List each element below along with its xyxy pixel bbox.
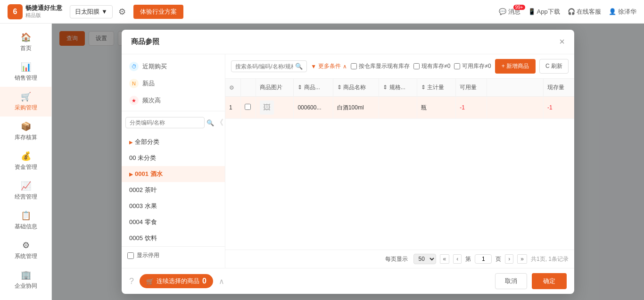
show-disabled-label[interactable]: 显示停用 <box>127 251 219 259</box>
cell-unit: 瓶 <box>417 97 456 119</box>
sidebar-item-enterprise[interactable]: 🏢 企业协同 <box>0 265 51 295</box>
table-row[interactable]: 1 🖼 000600... 白酒100ml <box>225 97 574 119</box>
top-nav: 6 畅捷通好生意 精品版 日太阳膜 ▼ ⚙ 体验行业方案 💬 消息 99+ 📱 … <box>0 0 644 24</box>
product-image: 🖼 <box>260 100 274 115</box>
purchase-icon: 🛒 <box>21 92 31 102</box>
category-search-input[interactable] <box>125 117 205 128</box>
collapse-footer-icon[interactable]: ∧ <box>219 277 224 286</box>
confirm-button[interactable]: 确定 <box>532 273 567 289</box>
total-info: 共1页, 1条记录 <box>531 255 569 263</box>
nav-selector[interactable]: 日太阳膜 ▼ <box>70 5 113 18</box>
per-page-select[interactable]: 50 <box>413 254 436 264</box>
finance-icon: 💰 <box>21 151 31 161</box>
by-warehouse-checkbox-label[interactable]: 按仓库显示现有库存 <box>351 62 410 70</box>
add-product-button[interactable]: + 新增商品 <box>495 59 536 74</box>
cart-button[interactable]: 🛒 连续选择的商品 0 <box>140 274 213 288</box>
page-number-input[interactable] <box>475 254 492 264</box>
th-check <box>240 79 256 97</box>
category-00[interactable]: 00 未分类 <box>122 150 225 166</box>
sidebar-item-purchase[interactable]: 🛒 采购管理 <box>0 87 51 117</box>
available-stock-checkbox[interactable] <box>454 63 460 69</box>
left-panel: ⏱ 近期购买 N 新品 ★ 频次高 <box>122 54 225 268</box>
home-icon: 🏠 <box>21 32 31 42</box>
by-warehouse-checkbox[interactable] <box>351 63 357 69</box>
operation-icon: 📈 <box>21 181 31 191</box>
th-settings[interactable]: ⚙ <box>225 79 240 97</box>
has-stock-checkbox-label[interactable]: 现有库存≠0 <box>413 62 450 70</box>
modal-overlay: 商品参照 × ⏱ 近期购买 N 新品 <box>52 24 644 300</box>
category-0003[interactable]: 0003 水果 <box>122 198 225 214</box>
sidebar-item-inventory[interactable]: 📦 库存核算 <box>0 117 51 146</box>
user-avatar[interactable]: 👤 徐泽华 <box>609 8 636 16</box>
row-checkbox[interactable] <box>245 104 251 110</box>
gear-icon[interactable]: ⚙ <box>118 7 126 17</box>
available-stock-checkbox-label[interactable]: 可用库存≠0 <box>454 62 491 70</box>
refresh-table-button[interactable]: C 刷新 <box>539 59 569 74</box>
modal-body: ⏱ 近期购买 N 新品 ★ 频次高 <box>122 54 574 268</box>
sidebar-item-finance[interactable]: 💰 资金管理 <box>0 146 51 176</box>
sidebar-item-sales[interactable]: 📊 销售管理 <box>0 57 51 87</box>
category-0002[interactable]: 0002 茶叶 <box>122 182 225 198</box>
product-search-input[interactable] <box>235 63 293 70</box>
category-all[interactable]: ▶ 全部分类 <box>122 134 225 150</box>
sidebar-item-basic[interactable]: 📋 基础信息 <box>0 206 51 235</box>
collapse-panel-button[interactable]: 《 <box>216 118 223 128</box>
online-service-button[interactable]: 🎧 在线客服 <box>568 8 602 16</box>
product-search-box: 🔍 <box>231 60 307 72</box>
frequent-item[interactable]: ★ 频次高 <box>122 92 225 109</box>
modal-header: 商品参照 × <box>122 30 574 54</box>
product-reference-modal: 商品参照 × ⏱ 近期购买 N 新品 <box>122 30 574 294</box>
has-stock-checkbox[interactable] <box>413 63 420 69</box>
right-panel: 🔍 ▼ 更多条件 ∧ 按仓库显示现有库存 <box>225 54 574 268</box>
category-0004[interactable]: 0004 零食 <box>122 214 225 230</box>
th-spacer <box>487 79 544 97</box>
th-available: 可用量 <box>456 79 487 97</box>
product-table: ⚙ 商品图片 ⇕ 商品... <box>225 79 574 119</box>
cell-spacer <box>487 97 544 119</box>
prev-page-button[interactable]: ‹ <box>453 254 462 264</box>
cancel-button[interactable]: 取消 <box>495 273 527 289</box>
modal-close-button[interactable]: × <box>559 36 565 47</box>
cell-available: -1 <box>456 97 487 119</box>
cell-code: 000600... <box>294 97 333 119</box>
logo-text: 畅捷通好生意 <box>25 4 62 12</box>
show-disabled-checkbox[interactable] <box>127 252 134 259</box>
messages-button[interactable]: 💬 消息 99+ <box>499 8 520 16</box>
sidebar-item-guide[interactable]: 🆕 新手引导 <box>0 295 51 300</box>
inventory-icon: 📦 <box>21 121 31 132</box>
sales-icon: 📊 <box>21 62 31 72</box>
last-page-button[interactable]: » <box>517 254 527 264</box>
th-name: ⇕ 商品名称 <box>333 79 379 97</box>
recent-purchase-item[interactable]: ⏱ 近期购买 <box>122 58 225 75</box>
filter-icon: ▼ <box>311 63 316 70</box>
category-0001[interactable]: ▶ 0001 酒水 <box>122 166 225 182</box>
cell-spec <box>379 97 417 119</box>
trial-button[interactable]: 体验行业方案 <box>133 5 183 19</box>
next-page-button[interactable]: › <box>505 254 513 264</box>
first-page-button[interactable]: « <box>440 254 450 264</box>
sidebar-item-home[interactable]: 🏠 首页 <box>0 27 51 57</box>
cell-check[interactable] <box>240 97 256 119</box>
enterprise-icon: 🏢 <box>21 270 31 280</box>
main-content: 查询 设置 刷新 商品参照 × ⏱ <box>52 24 644 300</box>
new-product-item[interactable]: N 新品 <box>122 75 225 92</box>
th-image: 商品图片 <box>256 79 294 97</box>
category-0005[interactable]: 0005 饮料 <box>122 230 225 246</box>
cell-stock: -1 <box>544 97 574 119</box>
new-icon: N <box>129 79 139 88</box>
pagination: 每页显示 50 « ‹ 第 页 › » 共1页, 1条记录 <box>225 250 574 268</box>
cell-seq: 1 <box>225 97 240 119</box>
th-unit: ⇕ 主计量 <box>417 79 456 97</box>
app-download-button[interactable]: 📱 App下载 <box>528 8 560 16</box>
cell-name: 白酒100ml <box>333 97 379 119</box>
th-code: ⇕ 商品... <box>294 79 333 97</box>
th-spec: ⇕ 规格... <box>379 79 417 97</box>
category-search-icon[interactable]: 🔍 <box>206 119 214 126</box>
more-filter-button[interactable]: ▼ 更多条件 ∧ <box>311 62 347 70</box>
product-search-icon[interactable]: 🔍 <box>295 63 303 70</box>
logo-sub: 精品版 <box>25 12 62 19</box>
logo-icon: 6 <box>8 4 23 19</box>
help-icon[interactable]: ? <box>129 276 134 286</box>
sidebar-item-operation[interactable]: 📈 经营管理 <box>0 176 51 206</box>
sidebar-item-system[interactable]: ⚙ 系统管理 <box>0 235 51 265</box>
